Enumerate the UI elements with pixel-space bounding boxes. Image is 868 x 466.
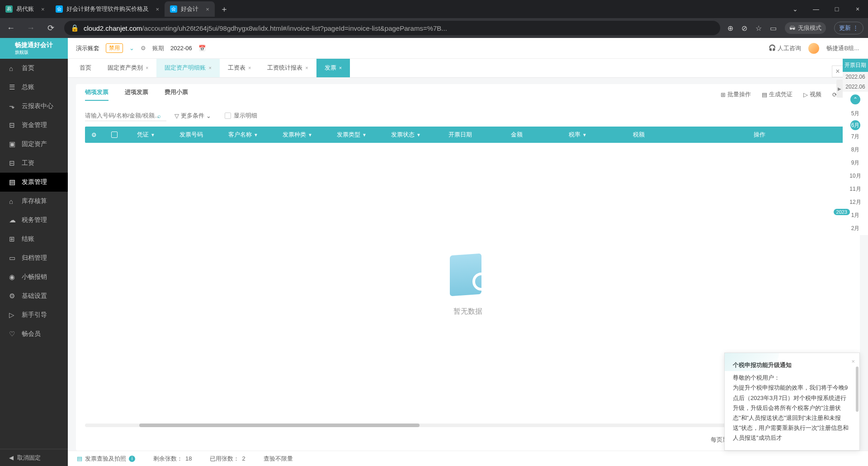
th-rate[interactable]: 税率▼ (546, 131, 609, 139)
rail-month-6[interactable]: 6月 (850, 120, 860, 130)
rail-month-9[interactable]: 9月 (851, 156, 860, 169)
rail-year-start[interactable]: 2022.06 (843, 72, 868, 82)
filter-icon: ▼ (582, 132, 587, 137)
scrollbar-thumb[interactable] (139, 424, 420, 427)
sidebar-item-ledger[interactable]: ☰总账 (0, 78, 68, 97)
panel-icon[interactable]: ▭ (770, 24, 777, 33)
back-icon[interactable]: ← (5, 24, 17, 33)
search-icon[interactable]: ⌕ (157, 113, 161, 119)
tab-salary[interactable]: 工资表× (220, 58, 259, 77)
th-customer[interactable]: 客户名称▼ (216, 131, 270, 139)
star-icon[interactable]: ☆ (755, 24, 762, 33)
info-icon[interactable]: i (129, 456, 135, 462)
calendar-icon[interactable]: 📅 (198, 45, 206, 52)
rail-month-1[interactable]: 1月 (851, 209, 860, 222)
rail-month-5[interactable]: 5月 (851, 107, 860, 120)
unlimited-link[interactable]: 查验不限量 (264, 455, 293, 463)
update-button[interactable]: 更新 ⋮ (834, 22, 863, 34)
forward-icon[interactable]: → (24, 24, 37, 33)
support-link[interactable]: 🎧 人工咨询 (769, 44, 801, 52)
browser-tab-1[interactable]: 易 易代账 × (0, 1, 50, 17)
th-settings[interactable]: ⚙ (85, 132, 103, 138)
close-window-icon[interactable]: × (847, 0, 868, 18)
chevron-down-icon[interactable]: ⌄ (785, 0, 806, 18)
extension-icon[interactable]: ⊘ (741, 24, 747, 33)
rail-month-11[interactable]: 11月 (849, 183, 861, 196)
tab-salary-stats[interactable]: 工资统计报表× (259, 58, 316, 77)
sidebar-item-home[interactable]: ⌂首页 (0, 59, 68, 78)
sidebar-item-settings[interactable]: ⚙基础设置 (0, 287, 68, 306)
rail-month-10[interactable]: 10月 (849, 169, 861, 183)
close-icon[interactable]: × (248, 65, 251, 71)
reload-icon[interactable]: ⟳ (44, 23, 57, 33)
sidebar-item-assets[interactable]: ▣固定资产 (0, 135, 68, 154)
zoom-icon[interactable]: ⊕ (727, 24, 733, 33)
video-button[interactable]: ▷视频 (803, 90, 821, 99)
sidebar-item-reports[interactable]: ⬎云报表中心 (0, 97, 68, 116)
username[interactable]: 畅捷通B组... (826, 44, 859, 52)
rail-month-7[interactable]: 7月 (851, 130, 860, 143)
th-status[interactable]: 发票状态▼ (379, 131, 433, 139)
tab-asset-detail[interactable]: 固定资产明细账× (156, 58, 219, 77)
tab-home[interactable]: 首页 (71, 58, 99, 77)
th-category[interactable]: 发票种类▼ (270, 131, 325, 139)
generate-voucher-button[interactable]: ▤生成凭证 (762, 90, 793, 99)
rail-month-2[interactable]: 2月 (851, 222, 860, 235)
rail-year-end[interactable]: 2022.06 (843, 82, 868, 92)
scrollbar-thumb[interactable] (856, 367, 859, 412)
subtab-sales[interactable]: 销项发票 (85, 88, 108, 101)
close-icon[interactable]: × (208, 65, 211, 71)
sidebar-item-reimburse[interactable]: ◉小畅报销 (0, 268, 68, 287)
minimize-icon[interactable]: — (806, 0, 826, 18)
rail-month-12[interactable]: 12月 (849, 196, 861, 209)
sidebar-item-tax[interactable]: ☁税务管理 (0, 211, 68, 230)
rail-month-8[interactable]: 8月 (851, 143, 860, 156)
sidebar-item-archive[interactable]: ▭归档管理 (0, 249, 68, 268)
sidebar-item-guide[interactable]: ▷新手引导 (0, 306, 68, 325)
close-icon[interactable]: × (305, 65, 308, 71)
funds-icon: ⊟ (9, 121, 16, 129)
close-icon[interactable]: × (41, 6, 45, 13)
sidebar-item-funds[interactable]: ⊟资金管理 (0, 116, 68, 135)
th-checkbox[interactable] (103, 132, 126, 138)
chevron-down-icon[interactable]: ⌄ (129, 45, 134, 52)
tab-asset-category[interactable]: 固定资产类别× (99, 58, 156, 77)
maximize-icon[interactable]: □ (826, 0, 847, 18)
sidebar-item-member[interactable]: ♡畅会员 (0, 325, 68, 344)
sidebar-toggle-pin[interactable]: ◀ 取消固定 (0, 449, 68, 466)
close-icon[interactable]: × (156, 6, 160, 13)
account-set[interactable]: 演示账套 (76, 44, 99, 52)
scroll-up-icon[interactable]: ⌃ (850, 94, 860, 104)
close-all-icon[interactable]: × (832, 66, 844, 77)
subtab-purchase[interactable]: 进项发票 (125, 88, 148, 101)
tab-invoice[interactable]: 发票× (316, 58, 350, 77)
sidebar-item-invoice[interactable]: ▤发票管理 (0, 173, 68, 192)
sidebar-item-salary[interactable]: ⊟工资 (0, 154, 68, 173)
close-icon[interactable]: × (206, 6, 209, 13)
filter-icon: ▼ (308, 132, 312, 137)
close-icon[interactable]: × (339, 65, 342, 71)
search-input[interactable] (85, 110, 166, 121)
empty-illustration (441, 250, 495, 300)
scan-icon: ▤ (77, 455, 82, 462)
browser-tab-2[interactable]: 会 好会计财务管理软件购买价格及 × (50, 1, 165, 17)
th-voucher[interactable]: 凭证▼ (126, 131, 166, 139)
member-icon: ♡ (9, 330, 16, 338)
tab-title: 好会计 (181, 5, 198, 13)
close-icon[interactable]: × (146, 65, 148, 71)
th-type[interactable]: 发票类型▼ (325, 131, 379, 139)
more-filters-button[interactable]: ▽ 更多条件 ⌄ (175, 112, 211, 120)
batch-button[interactable]: ⊞批量操作 (721, 90, 751, 99)
close-icon[interactable]: × (851, 357, 855, 367)
url-input[interactable]: 🔒 cloud2.chanjet.com/accounting/uh26t264… (64, 21, 720, 35)
sidebar-item-close[interactable]: ⊞结账 (0, 230, 68, 249)
new-tab-button[interactable]: ＋ (215, 4, 234, 14)
rail-collapse-icon[interactable]: ▶ (836, 80, 843, 98)
show-detail-checkbox[interactable]: 显示明细 (225, 112, 257, 120)
scan-invoice-link[interactable]: ▤ 发票查验及拍照 i (77, 455, 135, 463)
gear-icon[interactable]: ⚙ (141, 45, 146, 52)
browser-tab-3[interactable]: 会 好会计 × (165, 1, 215, 17)
subtab-expense[interactable]: 费用小票 (165, 88, 188, 101)
sidebar-item-inventory[interactable]: ⌂库存核算 (0, 192, 68, 211)
avatar[interactable] (808, 43, 819, 54)
